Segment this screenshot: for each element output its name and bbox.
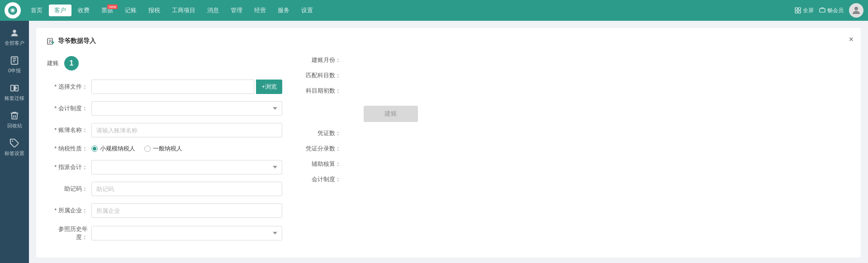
nav-manage[interactable]: 管理	[225, 5, 248, 16]
sidebar-item-migrate[interactable]: 账套迁移	[2, 80, 27, 105]
svg-point-12	[12, 141, 13, 142]
create-account-button[interactable]: 建账	[364, 106, 418, 122]
right-row-voucher-count: 凭证数：	[300, 129, 481, 137]
fullscreen-btn[interactable]: 全屏	[795, 7, 814, 14]
form-left: 建账 1 * 选择文件： +浏览 * 会计制度：	[47, 56, 282, 249]
ref-year-select[interactable]	[91, 226, 282, 240]
radio-unchecked-icon	[144, 146, 151, 152]
right-accounting-system-label: 会计制度：	[300, 175, 341, 183]
tax-nature-label: * 纳税性质：	[47, 145, 88, 153]
nav-home[interactable]: 首页	[25, 5, 48, 16]
import-icon	[47, 38, 54, 45]
form-row-file: * 选择文件： +浏览	[47, 80, 282, 94]
nav-tax[interactable]: 报税	[143, 5, 166, 16]
step-circle: 1	[64, 56, 79, 70]
sidebar-label-customers: 全部客户	[5, 40, 24, 47]
main-content: 导爷数据导入 × 建账 1 * 选择文件： +浏览	[29, 21, 868, 263]
create-btn-area: 建账	[300, 106, 481, 122]
nav-charge[interactable]: 收费	[72, 5, 95, 16]
file-label: * 选择文件：	[47, 83, 88, 91]
form-row-ref-year: 参照历史年度：	[47, 225, 282, 241]
radio-checked-icon	[91, 146, 98, 152]
right-row-auxiliary: 辅助核算：	[300, 160, 481, 168]
trash-icon	[9, 111, 19, 121]
svg-point-7	[854, 7, 858, 10]
right-row-voucher-entries: 凭证分录数：	[300, 145, 481, 153]
svg-rect-6	[820, 9, 825, 12]
tax-radio-group: 小规模纳税人 一般纳税人	[91, 145, 182, 153]
memo-label: 助记码：	[47, 185, 88, 193]
tax-option-general[interactable]: 一般纳税人	[144, 145, 182, 153]
nav-ledger[interactable]: 记账	[119, 5, 142, 16]
svg-point-8	[13, 30, 16, 33]
enterprise-label: * 所属企业：	[47, 207, 88, 215]
nav-message[interactable]: 消息	[202, 5, 224, 16]
svg-rect-10	[11, 85, 14, 91]
migrate-icon	[9, 83, 19, 93]
tax-option-small[interactable]: 小规模纳税人	[91, 145, 135, 153]
nav-items: 首页 客户 收费 票据 new 记账 报税 工商项目 消息 管理 经营 服务 设…	[25, 5, 795, 16]
svg-rect-2	[795, 8, 797, 10]
declare-icon	[9, 56, 19, 66]
user-avatar[interactable]	[849, 3, 863, 18]
ref-year-label: 参照历史年度：	[47, 225, 88, 241]
right-row-subject-init: 科目期初数：	[300, 87, 481, 95]
accountant-label: * 指派会计：	[47, 163, 88, 171]
browse-button[interactable]: +浏览	[256, 80, 282, 94]
nav-settings[interactable]: 设置	[296, 5, 318, 16]
app-logo	[5, 2, 21, 19]
tax-option-small-label: 小规模纳税人	[100, 145, 135, 153]
voucher-count-label: 凭证数：	[300, 129, 341, 137]
sidebar-label-declare: 0申报	[8, 67, 21, 74]
section-label: 建账	[47, 59, 59, 67]
voucher-entries-label: 凭证分录数：	[300, 145, 341, 153]
memo-input[interactable]	[91, 182, 282, 196]
svg-rect-4	[795, 11, 797, 13]
nav-project[interactable]: 工商项目	[166, 5, 201, 16]
topnav: 首页 客户 收费 票据 new 记账 报税 工商项目 消息 管理 经营 服务 设…	[0, 0, 868, 21]
fullscreen-label: 全屏	[803, 7, 814, 14]
nav-customer[interactable]: 客户	[49, 5, 71, 16]
form-row-ledger-name: * 账簿名称：	[47, 123, 282, 137]
sidebar-item-trash[interactable]: 回收站	[2, 107, 27, 133]
nav-service[interactable]: 服务	[272, 5, 295, 16]
ledger-name-label: * 账簿名称：	[47, 126, 88, 134]
tax-option-general-label: 一般纳税人	[153, 145, 182, 153]
main-layout: 全部客户 0申报 账套迁移 回收站	[0, 21, 868, 263]
sidebar-item-tag[interactable]: 标签设置	[2, 135, 27, 160]
page-header: 导爷数据导入	[47, 37, 850, 45]
file-row: +浏览	[91, 80, 282, 94]
member-btn[interactable]: 畅会员	[819, 7, 844, 14]
close-button[interactable]: ×	[849, 35, 854, 43]
accounting-system-label: * 会计制度：	[47, 104, 88, 113]
accountant-select[interactable]	[91, 160, 282, 174]
tag-icon	[9, 138, 19, 148]
sidebar-item-all-customers[interactable]: 全部客户	[2, 24, 27, 50]
ledger-name-input[interactable]	[91, 123, 282, 137]
nav-operation[interactable]: 经营	[249, 5, 271, 16]
svg-rect-3	[798, 8, 801, 10]
accounting-system-select[interactable]	[91, 101, 282, 116]
sidebar-item-declare[interactable]: 0申报	[2, 52, 27, 78]
setup-month-label: 建账月份：	[300, 56, 341, 64]
form-row-accountant: * 指派会计：	[47, 160, 282, 174]
sidebar-label-migrate: 账套迁移	[5, 95, 24, 102]
sidebar-label-trash: 回收站	[7, 122, 22, 129]
enterprise-input[interactable]	[91, 203, 282, 218]
form-row-tax-nature: * 纳税性质： 小规模纳税人 一般纳税人	[47, 145, 282, 153]
right-row-accounting-system: 会计制度：	[300, 175, 481, 183]
page-title: 导爷数据导入	[58, 37, 96, 45]
member-label: 畅会员	[827, 7, 844, 14]
form-section-header: 建账 1	[47, 56, 282, 70]
file-input[interactable]	[91, 80, 254, 94]
svg-point-1	[11, 9, 14, 12]
form-row-memo: 助记码：	[47, 182, 282, 196]
subject-init-label: 科目期初数：	[300, 87, 341, 95]
user-icon	[9, 28, 19, 38]
form-right: 建账月份： 匹配科目数： 科目期初数： 建账	[300, 56, 481, 249]
form-area: 建账 1 * 选择文件： +浏览 * 会计制度：	[47, 56, 850, 249]
page-card: 导爷数据导入 × 建账 1 * 选择文件： +浏览	[36, 28, 861, 258]
nav-ticket[interactable]: 票据 new	[96, 5, 119, 16]
nav-ticket-badge: new	[107, 5, 118, 9]
topnav-right: 全屏 畅会员	[795, 3, 863, 18]
